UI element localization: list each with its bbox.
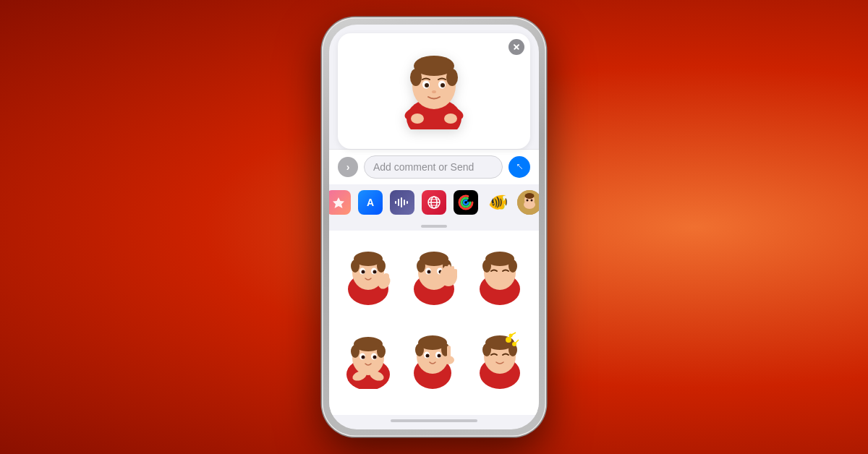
svg-point-79 xyxy=(351,345,359,358)
sticker-app-icon[interactable]: 🐠 xyxy=(485,190,510,215)
svg-point-35 xyxy=(527,200,529,202)
svg-point-69 xyxy=(509,260,517,273)
svg-point-91 xyxy=(415,343,424,356)
svg-rect-62 xyxy=(451,266,454,276)
svg-point-14 xyxy=(444,113,457,124)
svg-rect-60 xyxy=(444,266,447,276)
svg-rect-63 xyxy=(454,269,457,278)
svg-point-30 xyxy=(464,200,468,205)
svg-point-53 xyxy=(417,260,425,273)
svg-rect-21 xyxy=(404,200,405,205)
svg-rect-20 xyxy=(401,197,402,207)
svg-rect-22 xyxy=(407,201,408,204)
sticker-cell-1[interactable] xyxy=(335,236,401,309)
svg-point-83 xyxy=(361,355,365,359)
svg-rect-71 xyxy=(494,275,497,282)
drag-handle xyxy=(421,225,447,228)
svg-marker-16 xyxy=(333,197,344,208)
comment-input[interactable]: Add comment or Send xyxy=(364,155,503,179)
sticker-cell-3[interactable] xyxy=(467,236,533,309)
svg-rect-18 xyxy=(395,201,396,204)
svg-point-98 xyxy=(443,356,454,364)
memoji-preview-sticker xyxy=(394,43,474,140)
svg-point-48 xyxy=(383,273,389,279)
svg-point-103 xyxy=(482,343,491,356)
close-button[interactable] xyxy=(509,39,524,55)
svg-text:A: A xyxy=(367,197,374,208)
svg-point-12 xyxy=(432,90,436,93)
phone-frame: › Add comment or Send ↑ xyxy=(322,17,546,437)
svg-point-7 xyxy=(446,69,458,86)
svg-point-11 xyxy=(441,83,445,87)
sticker-cell-4[interactable] xyxy=(335,320,401,393)
send-icon: ↑ xyxy=(513,160,526,173)
memoji-avatar-app-icon[interactable] xyxy=(517,190,539,215)
svg-point-57 xyxy=(427,270,430,274)
svg-point-84 xyxy=(373,355,376,359)
svg-point-46 xyxy=(373,270,376,274)
svg-point-34 xyxy=(525,193,535,199)
sticker-grid xyxy=(329,231,539,415)
svg-point-80 xyxy=(377,345,386,358)
activity-app-icon[interactable] xyxy=(454,190,478,215)
message-input-bar: › Add comment or Send ↑ xyxy=(329,149,539,184)
send-button[interactable]: ↑ xyxy=(509,156,530,178)
svg-point-96 xyxy=(437,354,441,357)
photos-app-icon[interactable] xyxy=(329,190,351,215)
svg-point-13 xyxy=(411,113,424,124)
phone-screen: › Add comment or Send ↑ xyxy=(329,25,539,429)
globe-app-icon[interactable] xyxy=(422,190,446,215)
svg-point-95 xyxy=(425,354,429,357)
svg-point-42 xyxy=(377,260,386,273)
svg-rect-19 xyxy=(398,199,399,206)
sticker-cell-5[interactable] xyxy=(401,320,467,393)
svg-rect-74 xyxy=(505,275,508,282)
svg-rect-61 xyxy=(448,265,451,276)
svg-point-36 xyxy=(531,200,533,202)
chevron-right-icon: › xyxy=(346,161,350,173)
svg-point-41 xyxy=(351,260,359,273)
app-icon-bar: A xyxy=(329,184,539,220)
sticker-cell-2[interactable] xyxy=(401,236,467,309)
svg-rect-72 xyxy=(498,273,501,282)
svg-point-68 xyxy=(482,260,491,273)
svg-point-6 xyxy=(410,69,422,86)
phone-frame-wrapper: › Add comment or Send ↑ xyxy=(322,17,546,437)
home-indicator xyxy=(391,419,477,422)
sticker-cell-6[interactable] xyxy=(467,320,533,393)
sticker-preview-area xyxy=(338,33,530,149)
appstore-app-icon[interactable]: A xyxy=(358,190,383,215)
audio-app-icon[interactable] xyxy=(390,190,414,215)
svg-rect-73 xyxy=(501,273,504,282)
input-placeholder: Add comment or Send xyxy=(373,161,474,173)
svg-point-45 xyxy=(361,270,365,274)
svg-point-10 xyxy=(425,83,429,87)
expand-button[interactable]: › xyxy=(338,157,358,177)
